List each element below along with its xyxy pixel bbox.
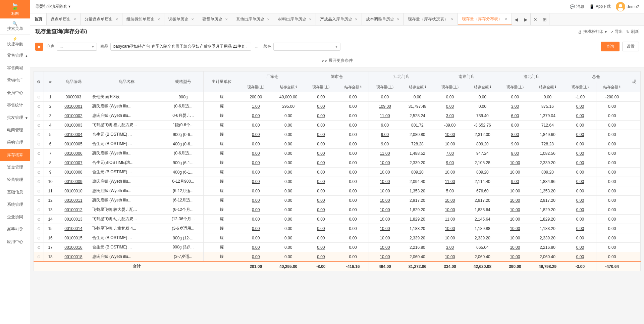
row-code[interactable]: 00100008 <box>57 168 90 177</box>
tab-combo[interactable]: 组装拆卸单历史 ✕ <box>122 13 164 25</box>
row-fac-stock[interactable]: 0.00 <box>240 149 272 158</box>
gear-header[interactable]: ⚙ <box>34 72 44 92</box>
row-na-stock[interactable]: 10.00 <box>434 205 466 215</box>
tab-close-material-out[interactable]: ✕ <box>309 17 312 21</box>
row-code[interactable]: 00100006 <box>57 149 90 158</box>
row-fac-stock[interactable]: 1.00 <box>240 102 272 111</box>
row-gear[interactable]: ⊙ <box>34 149 44 158</box>
tab-other-out[interactable]: 其他出库单历史 ✕ <box>232 13 274 25</box>
row-fac-stock[interactable]: 0.00 <box>240 243 272 252</box>
row-code[interactable]: 00100002 <box>57 111 90 121</box>
row-code[interactable]: 00100010 <box>57 186 90 196</box>
sidebar-item-enterprise[interactable]: 企业协同 <box>0 211 30 223</box>
row-yb-stock[interactable]: 8.00 <box>499 149 531 158</box>
tab-close-combo[interactable]: ✕ <box>157 17 160 21</box>
product-dots-btn[interactable]: ... <box>253 44 260 49</box>
row-chen-stock[interactable]: 0.00 <box>305 130 337 139</box>
search-toggle-btn[interactable]: ▶ <box>35 43 43 51</box>
sidebar-logo[interactable]: 🍃 标图 <box>0 0 30 18</box>
user-menu-btn[interactable]: demo2 <box>616 2 639 11</box>
row-chen-stock[interactable]: 0.00 <box>305 205 337 215</box>
sidebar-item-retail-stat[interactable]: 零售统计 <box>0 99 30 111</box>
row-jb-stock[interactable]: 10.00 <box>369 177 401 186</box>
row-na-stock[interactable]: 3.00 <box>434 243 466 252</box>
row-code[interactable]: 00100014 <box>57 224 90 233</box>
row-code[interactable]: 00100001 <box>57 102 90 111</box>
print-btn[interactable]: 🖨 按模板打印 ▾ <box>578 29 607 35</box>
row-fac-stock[interactable]: 0.00 <box>240 205 272 215</box>
sidebar-item-finance[interactable]: 资金管理 <box>0 161 30 174</box>
row-gear[interactable]: ⊙ <box>34 158 44 168</box>
row-fac-stock[interactable]: 0.00 <box>240 224 272 233</box>
row-gear[interactable]: ⊙ <box>34 92 44 102</box>
row-jb-stock[interactable]: 10.00 <box>369 215 401 224</box>
sidebar-item-nav[interactable]: ⚡ 快捷导航 <box>0 35 30 49</box>
row-gear[interactable]: ⊙ <box>34 252 44 262</box>
sidebar-item-basics[interactable]: 基础信息 <box>0 186 30 198</box>
sidebar-item-operations[interactable]: 经营管理 <box>0 174 30 186</box>
tab-cost-adjust[interactable]: 成本调整单历史 ✕ <box>362 13 404 25</box>
row-total-stock[interactable]: 0.00 <box>564 139 596 149</box>
row-total-stock[interactable]: 0.00 <box>564 224 596 233</box>
tab-close-stock-status[interactable]: ✕ <box>451 17 453 21</box>
row-gear[interactable]: ⊙ <box>34 243 44 252</box>
row-na-stock[interactable]: 10.00 <box>434 224 466 233</box>
row-jb-stock[interactable]: 10.00 <box>369 205 401 215</box>
row-fac-stock[interactable]: 0.00 <box>240 186 272 196</box>
sidebar-item-marketing[interactable]: 营销推广 <box>0 74 30 87</box>
row-chen-stock[interactable]: 0.00 <box>305 177 337 186</box>
row-total-stock[interactable]: 0.00 <box>564 111 596 121</box>
row-total-stock[interactable]: 0.00 <box>564 158 596 168</box>
row-jb-stock[interactable]: 11.00 <box>369 111 401 121</box>
tab-transfer[interactable]: 调拨单历史 ✕ <box>164 13 198 25</box>
setting-button[interactable]: 设置 <box>622 42 639 51</box>
sidebar-item-app-center[interactable]: 应用中心 <box>0 236 30 248</box>
row-na-stock[interactable]: 10.00 <box>434 252 466 262</box>
row-na-stock[interactable]: 10.00 <box>434 168 466 177</box>
row-na-stock[interactable]: 10.00 <box>434 196 466 205</box>
row-total-stock[interactable]: 0.00 <box>564 252 596 262</box>
row-code[interactable]: 00100007 <box>57 158 90 168</box>
row-gear[interactable]: ⊙ <box>34 205 44 215</box>
row-code[interactable]: 0000003 <box>57 92 90 102</box>
row-gear[interactable]: ⊙ <box>34 102 44 111</box>
row-fac-stock[interactable]: 0.00 <box>240 111 272 121</box>
row-chen-stock[interactable]: 0.00 <box>305 92 337 102</box>
row-gear[interactable]: ⊙ <box>34 130 44 139</box>
tab-close-other-out[interactable]: ✕ <box>267 17 270 21</box>
row-yb-stock[interactable]: 10.00 <box>499 243 531 252</box>
row-na-stock[interactable]: 11.00 <box>434 177 466 186</box>
row-yb-stock[interactable]: 0.00 <box>499 92 531 102</box>
row-jb-stock[interactable]: 10.00 <box>369 186 401 196</box>
product-input[interactable] <box>110 43 251 51</box>
row-jb-stock[interactable]: 10.00 <box>369 196 401 205</box>
row-code[interactable]: 00100011 <box>57 196 90 205</box>
industry-selector[interactable]: 母婴行业演示陈套 ▾ <box>35 4 70 9</box>
row-chen-stock[interactable]: 0.00 <box>305 215 337 224</box>
row-chen-stock[interactable]: 0.00 <box>305 158 337 168</box>
row-gear[interactable]: ⊙ <box>34 121 44 130</box>
row-na-stock[interactable]: 10.00 <box>434 130 466 139</box>
query-button[interactable]: 查询 <box>601 42 620 51</box>
row-fac-stock[interactable]: 0.00 <box>240 130 272 139</box>
row-chen-stock[interactable]: 0.00 <box>305 233 337 243</box>
row-chen-stock[interactable]: 0.00 <box>305 139 337 149</box>
row-jb-stock[interactable]: 10.00 <box>369 158 401 168</box>
row-fac-stock[interactable]: 0.00 <box>240 139 272 149</box>
row-na-stock[interactable]: 7.00 <box>434 149 466 158</box>
sidebar-item-ecommerce[interactable]: 电商管理 <box>0 124 30 136</box>
row-na-stock[interactable]: 9.00 <box>434 158 466 168</box>
row-yb-stock[interactable]: 8.00 <box>499 121 531 130</box>
row-yb-stock[interactable]: 3.00 <box>499 102 531 111</box>
row-total-stock[interactable]: 0.00 <box>564 205 596 215</box>
row-total-stock[interactable]: 0.00 <box>564 130 596 139</box>
row-fac-stock[interactable]: 0.00 <box>240 177 272 186</box>
row-gear[interactable]: ⊙ <box>34 224 44 233</box>
tab-close-stock-dist[interactable]: ✕ <box>505 17 507 21</box>
row-na-stock[interactable]: 0.00 <box>434 102 466 111</box>
row-na-stock[interactable]: 5.00 <box>434 186 466 196</box>
tab-spot-history[interactable]: 盘点单历史 ✕ <box>47 13 80 25</box>
row-na-stock[interactable]: 11.00 <box>434 215 466 224</box>
row-fac-stock[interactable]: 0.00 <box>240 158 272 168</box>
sidebar-item-system[interactable]: 系统管理 <box>0 198 30 211</box>
